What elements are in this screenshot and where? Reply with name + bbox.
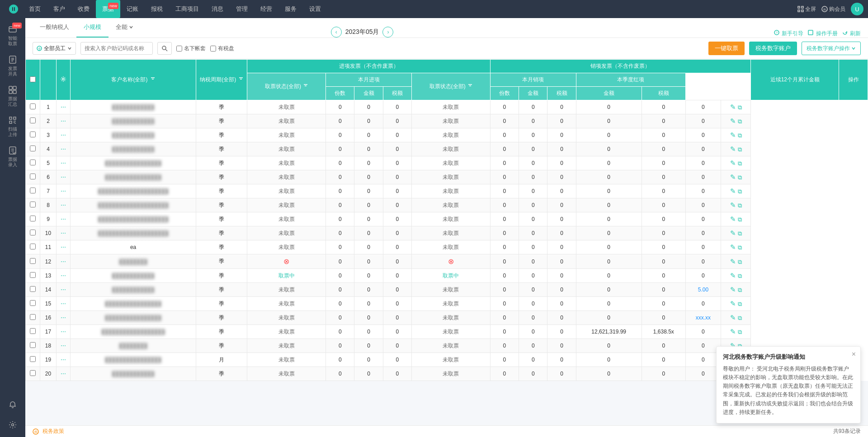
- row-checkbox[interactable]: [30, 258, 36, 264]
- client-name[interactable]: ████████████████████: [98, 188, 169, 194]
- row-checkbox[interactable]: [30, 202, 36, 207]
- edit-btn[interactable]: ✎: [730, 328, 736, 335]
- row-checkbox[interactable]: [30, 103, 36, 109]
- employee-filter[interactable]: 全 全部员工: [33, 42, 76, 55]
- client-name[interactable]: ████████: [119, 259, 147, 264]
- sidebar-item-invoice-open[interactable]: 发票开具: [1, 51, 24, 80]
- youtaxpan-checkbox[interactable]: [210, 46, 216, 52]
- row-checkbox[interactable]: [30, 356, 36, 362]
- sidebar-item-ticket[interactable]: new 智能取票: [1, 21, 24, 50]
- edit-btn[interactable]: ✎: [730, 215, 736, 223]
- row-settings-icon[interactable]: ⋯: [61, 244, 66, 250]
- row-settings-icon[interactable]: ⋯: [61, 104, 66, 110]
- tax-policy-link[interactable]: 税务政策: [42, 428, 64, 435]
- edit-btn[interactable]: ✎: [730, 187, 736, 195]
- sidebar-item-scan[interactable]: 扫描上传: [1, 112, 24, 141]
- edit-btn[interactable]: ✎: [730, 173, 736, 181]
- one-click-btn[interactable]: 一键取票: [708, 42, 745, 55]
- copy-btn[interactable]: ⧉: [738, 244, 742, 251]
- copy-btn[interactable]: ⧉: [738, 146, 742, 153]
- client-name[interactable]: ████████████████████: [98, 202, 169, 208]
- client-name[interactable]: ████████████████: [105, 315, 161, 320]
- nav-item-服务[interactable]: 服务: [278, 0, 303, 18]
- period-next-btn[interactable]: ›: [382, 27, 393, 38]
- edit-btn[interactable]: ✎: [730, 145, 736, 153]
- row-checkbox[interactable]: [30, 132, 36, 137]
- row-settings-icon[interactable]: ⋯: [61, 357, 66, 363]
- search-input[interactable]: [80, 42, 153, 55]
- copy-btn[interactable]: ⧉: [738, 160, 742, 167]
- row-checkbox[interactable]: [30, 146, 36, 151]
- nav-item-首页[interactable]: 首页: [23, 0, 47, 18]
- table-settings-icon[interactable]: [60, 76, 66, 82]
- member-btn[interactable]: 购 购会员: [821, 5, 845, 13]
- youtaxpan-filter[interactable]: 有税盘: [210, 45, 234, 52]
- row-checkbox[interactable]: [30, 230, 36, 235]
- row-checkbox[interactable]: [30, 300, 36, 306]
- copy-btn[interactable]: ⧉: [738, 216, 742, 223]
- client-name[interactable]: ████████████: [112, 104, 155, 110]
- xiazhangtao-checkbox[interactable]: [176, 46, 182, 52]
- client-name[interactable]: ██████████████████: [101, 329, 165, 334]
- copy-btn[interactable]: ⧉: [738, 301, 742, 307]
- nav-item-记账[interactable]: 记账: [120, 0, 145, 18]
- sidebar-item-entry[interactable]: 票据录入: [1, 142, 24, 171]
- client-name[interactable]: ████████████████████: [98, 216, 169, 222]
- client-name[interactable]: ████████████████: [105, 174, 161, 180]
- row-checkbox[interactable]: [30, 272, 36, 278]
- copy-btn[interactable]: ⧉: [738, 104, 742, 111]
- tab-small[interactable]: 小规模: [76, 18, 108, 38]
- row-settings-icon[interactable]: ⋯: [61, 230, 66, 236]
- manual-btn[interactable]: 操作手册: [808, 30, 837, 38]
- client-name[interactable]: ████████: [119, 343, 147, 348]
- nav-item-设置[interactable]: 设置: [303, 0, 327, 18]
- row-checkbox[interactable]: [30, 342, 36, 348]
- edit-btn[interactable]: ✎: [730, 314, 736, 321]
- row-checkbox[interactable]: [30, 314, 36, 320]
- copy-btn[interactable]: ⧉: [738, 315, 742, 321]
- cumulative-link[interactable]: 5.00: [698, 287, 708, 293]
- copy-btn[interactable]: ⧉: [738, 329, 742, 335]
- row-checkbox[interactable]: [30, 370, 36, 376]
- client-name[interactable]: ea: [130, 244, 136, 250]
- new-guide-btn[interactable]: ? 新手引导: [774, 30, 803, 38]
- copy-btn[interactable]: ⧉: [738, 118, 742, 125]
- row-checkbox[interactable]: [30, 160, 36, 165]
- row-settings-icon[interactable]: ⋯: [61, 371, 66, 377]
- sidebar-item-summary[interactable]: 票据汇总: [1, 81, 24, 111]
- copy-btn[interactable]: ⧉: [738, 287, 742, 293]
- client-name[interactable]: ████████████████████: [98, 230, 169, 236]
- nav-item-消息[interactable]: 消息: [205, 0, 230, 18]
- tab-general[interactable]: 一般纳税人: [33, 18, 76, 38]
- row-settings-icon[interactable]: ⋯: [61, 273, 66, 279]
- edit-btn[interactable]: ✎: [730, 131, 736, 139]
- row-settings-icon[interactable]: ⋯: [61, 146, 66, 152]
- client-name[interactable]: ████████████: [112, 273, 155, 278]
- row-checkbox[interactable]: [30, 117, 36, 123]
- row-checkbox[interactable]: [30, 216, 36, 221]
- user-avatar[interactable]: U: [851, 3, 863, 15]
- sidebar-item-settings[interactable]: [1, 416, 24, 433]
- client-name[interactable]: ████████████: [112, 118, 155, 124]
- nav-item-收费[interactable]: 收费: [71, 0, 96, 18]
- row-settings-icon[interactable]: ⋯: [61, 287, 66, 293]
- row-settings-icon[interactable]: ⋯: [61, 202, 66, 208]
- client-name[interactable]: ████████████: [112, 287, 155, 292]
- row-checkbox[interactable]: [30, 328, 36, 334]
- row-settings-icon[interactable]: ⋯: [61, 174, 66, 180]
- tab-all[interactable]: 全能: [108, 18, 141, 38]
- period-prev-btn[interactable]: ‹: [331, 27, 342, 38]
- edit-btn[interactable]: ✎: [730, 258, 736, 265]
- fullscreen-btn[interactable]: 全屏: [797, 5, 816, 13]
- nav-item-票据[interactable]: 票据new: [96, 0, 120, 18]
- copy-btn[interactable]: ⧉: [738, 132, 742, 139]
- refresh-btn[interactable]: 刷新: [842, 30, 861, 38]
- nav-item-工商项目[interactable]: 工商项目: [169, 0, 205, 18]
- edit-btn[interactable]: ✎: [730, 159, 736, 167]
- edit-btn[interactable]: ✎: [730, 243, 736, 251]
- edit-btn[interactable]: ✎: [730, 117, 736, 125]
- select-all-checkbox[interactable]: [30, 76, 36, 82]
- edit-btn[interactable]: ✎: [730, 300, 736, 307]
- copy-btn[interactable]: ⧉: [738, 202, 742, 209]
- nav-item-报税[interactable]: 报税: [145, 0, 169, 18]
